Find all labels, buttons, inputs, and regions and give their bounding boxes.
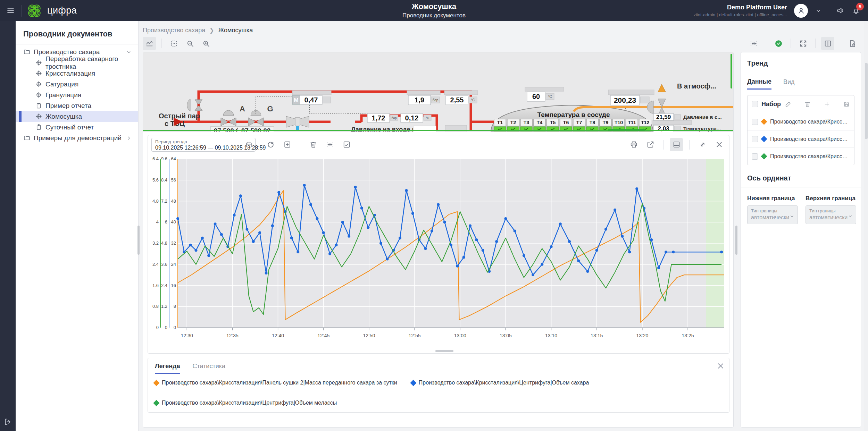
svg-text:бар: бар <box>433 98 439 102</box>
burger-menu-icon[interactable] <box>6 6 15 15</box>
split-panel-icon <box>824 39 832 48</box>
svg-text:Т3: Т3 <box>524 120 529 125</box>
toolbar-divider <box>766 39 766 48</box>
series-checkbox[interactable] <box>752 119 758 125</box>
svg-text:4.8: 4.8 <box>161 240 167 246</box>
svg-text:200,23: 200,23 <box>614 96 636 104</box>
chevron-right-icon[interactable] <box>126 135 132 141</box>
svg-text:0: 0 <box>165 325 167 330</box>
header-title-block: Жомосушка Проводник документов <box>402 2 466 19</box>
expand-trend-button[interactable] <box>696 138 709 151</box>
svg-text:24: 24 <box>171 262 176 267</box>
pencil-icon <box>784 100 792 108</box>
chevron-down-icon[interactable] <box>126 49 132 55</box>
report-file-button[interactable] <box>846 37 859 50</box>
tab-legend[interactable]: Легенда <box>155 359 180 374</box>
add-series-button[interactable] <box>823 100 831 108</box>
mimic-letter-g: G <box>267 104 273 113</box>
export-button[interactable] <box>644 138 657 151</box>
close-legend-button[interactable] <box>716 362 725 370</box>
svg-text:56: 56 <box>171 177 176 183</box>
panel-resize-handle[interactable] <box>735 226 737 255</box>
fullscreen-button[interactable] <box>796 37 810 50</box>
fit-center-button[interactable] <box>167 37 181 50</box>
page-scrollbar-thumb[interactable] <box>865 63 868 139</box>
tab-statistics[interactable]: Статистика <box>192 359 225 373</box>
sidebar-item-node[interactable]: Сатурация <box>16 79 138 90</box>
collapse-exit-icon[interactable] <box>3 417 12 426</box>
svg-text:13:00: 13:00 <box>454 333 466 338</box>
series-label: Производство сахара\Крисстализация\Ц... <box>770 136 850 142</box>
announcements-megaphone-icon[interactable] <box>836 6 845 15</box>
status-ok-button[interactable] <box>772 37 785 50</box>
trend-period-input[interactable]: Период тренда 09.10.2025 12:26:59 — 09.1… <box>151 138 256 152</box>
page-scrollbar[interactable] <box>864 21 868 431</box>
panel-divider <box>741 187 861 187</box>
svg-text:Т11: Т11 <box>628 120 636 125</box>
vessel-readings-stack: 21,59 Давление в с... 2,03 Температура..… <box>653 113 723 132</box>
mimic-hscrollbar-thumb[interactable] <box>608 129 645 131</box>
split-panel-button[interactable] <box>821 37 834 50</box>
series-row[interactable]: Производство сахара\Крисстализация\П... <box>748 113 854 130</box>
sidebar-item-node[interactable]: Суточный отчет <box>16 122 138 133</box>
legend-item-label: Производство сахара\Крисстализация\Центр… <box>162 400 337 406</box>
fit-range-button[interactable] <box>323 138 336 151</box>
atmosphere-valve-icon <box>647 84 666 116</box>
bookmark-plus-icon <box>283 140 292 149</box>
svg-text:07.500.02: 07.500.02 <box>241 127 271 132</box>
tab-data[interactable]: Данные <box>747 74 771 90</box>
sidebar-item-node[interactable]: Грануляция <box>16 90 138 100</box>
sidebar-resize-handle[interactable] <box>137 226 140 255</box>
series-row[interactable]: Производство сахара\Крисстализация\Ц... <box>748 147 854 165</box>
print-button[interactable] <box>627 138 640 151</box>
sidebar-item-selected[interactable]: Жомосушка <box>16 111 138 122</box>
trend-chart[interactable]: 12:3012:3512:4012:4512:5012:5513:0013:05… <box>148 154 730 354</box>
chart-hscrollbar-thumb[interactable] <box>435 350 453 352</box>
atmosphere-label: В атмосф... <box>677 82 716 90</box>
user-avatar[interactable] <box>794 4 808 18</box>
delete-series-button[interactable] <box>804 100 811 108</box>
add-bookmark-button[interactable] <box>281 138 294 151</box>
svg-text:Т1: Т1 <box>497 120 503 125</box>
breadcrumb-parent[interactable]: Производство сахара <box>143 27 205 34</box>
mimic-vscrollbar-thumb[interactable] <box>731 54 732 88</box>
process-mimic[interactable]: Острый пар с ТЭЦ <box>143 52 733 132</box>
edit-series-button[interactable] <box>784 100 792 108</box>
panel-tabs: Данные Вид <box>747 73 854 90</box>
save-set-button[interactable] <box>843 100 850 108</box>
butterfly-valve-icon <box>187 99 202 111</box>
trend-icon <box>145 39 154 48</box>
chart-settings-button[interactable] <box>340 138 353 151</box>
lower-bound-type-select[interactable]: Тип границы автоматически <box>747 205 798 224</box>
notifications-bell-icon[interactable]: 5 <box>852 6 860 15</box>
trash-icon <box>804 100 811 108</box>
trend-tool-button[interactable] <box>143 37 156 50</box>
chart-check-icon <box>342 140 351 149</box>
zoom-in-button[interactable] <box>199 37 212 50</box>
legend-tabs: Легенда Статистика <box>148 358 729 374</box>
tab-view[interactable]: Вид <box>783 75 795 89</box>
legend-item[interactable]: Производство сахара\Крисстализация\Центр… <box>154 400 337 406</box>
svg-text:°C: °C <box>471 98 475 102</box>
sidebar-item-node[interactable]: Примеры для демонстраций <box>16 133 138 143</box>
close-trend-button[interactable] <box>712 138 726 151</box>
legend-item[interactable]: Производство сахара\Крисстализация\Центр… <box>411 380 589 386</box>
series-row[interactable]: Производство сахара\Крисстализация\Ц... <box>748 130 854 147</box>
svg-text:М: М <box>294 97 298 103</box>
delete-button[interactable] <box>307 138 320 151</box>
sidebar-item-node[interactable]: Крисстализация <box>16 68 138 79</box>
select-all-checkbox[interactable] <box>752 101 758 107</box>
series-checkbox[interactable] <box>752 136 758 142</box>
series-checkbox[interactable] <box>752 153 758 160</box>
fit-width-button[interactable] <box>747 37 760 50</box>
sidebar-item-node[interactable]: Пример отчета <box>16 100 138 111</box>
upper-bound-type-select[interactable]: Тип границы автоматически <box>806 205 856 224</box>
bottom-panel-button[interactable] <box>670 138 683 151</box>
sidebar-item-node[interactable]: Переработка сахарного тростника <box>16 57 138 68</box>
legend-item[interactable]: Производство сахара\Крисстализация\Панел… <box>154 380 397 386</box>
calendar-icon[interactable] <box>245 141 253 149</box>
zoom-out-button[interactable] <box>183 37 197 50</box>
page-subtitle: Проводник документов <box>402 12 466 19</box>
svg-text:0: 0 <box>156 325 159 330</box>
user-menu-chevron-down-icon[interactable] <box>815 7 822 14</box>
